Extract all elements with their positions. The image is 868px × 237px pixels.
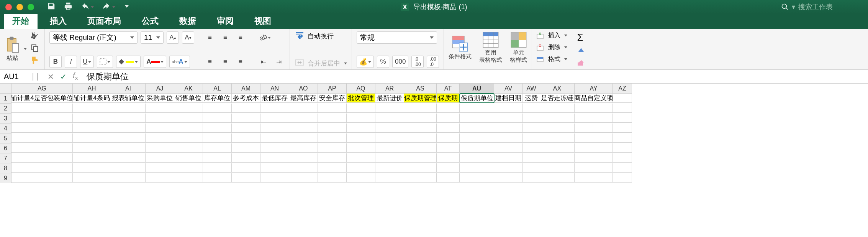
row-header-2[interactable]: 2 (0, 104, 11, 114)
cell-AY8[interactable] (575, 163, 613, 173)
cell-AS4[interactable] (404, 123, 437, 133)
align-center-icon[interactable]: ≡ (219, 56, 231, 68)
cell-AO1[interactable]: 最高库存 (289, 94, 318, 103)
cell-AM2[interactable] (232, 104, 260, 113)
cell-AS3[interactable] (404, 114, 437, 123)
qat-customize-icon[interactable] (124, 3, 130, 11)
cell-AW1[interactable]: 运费 (523, 94, 540, 103)
cell-AK7[interactable] (174, 153, 203, 163)
name-box[interactable]: AU1 (0, 70, 42, 83)
spreadsheet-grid[interactable]: AGAHAIAJAKALAMANAOAPAQARASATAUAVAWAXAYAZ… (0, 84, 868, 183)
cell-AX3[interactable] (540, 114, 575, 123)
formula-input[interactable]: 保质期单位 (84, 71, 868, 82)
column-header-AN[interactable]: AN (260, 84, 289, 94)
cell-AP8[interactable] (318, 163, 347, 173)
cell-AZ1[interactable] (613, 94, 632, 103)
cell-AR9[interactable] (375, 173, 404, 183)
select-all-corner[interactable] (0, 84, 11, 94)
cell-AS2[interactable] (404, 104, 437, 113)
column-header-AU[interactable]: AU (460, 84, 494, 94)
cell-AY6[interactable] (575, 143, 613, 153)
row-header-9[interactable]: 9 (0, 173, 11, 183)
cell-AS5[interactable] (404, 133, 437, 143)
maximize-window-icon[interactable] (28, 4, 34, 10)
cell-AR7[interactable] (375, 153, 404, 163)
cell-AZ7[interactable] (613, 153, 632, 163)
cell-AO5[interactable] (289, 133, 318, 143)
cell-AJ9[interactable] (146, 173, 174, 183)
cell-AI8[interactable] (111, 163, 146, 173)
cell-AS9[interactable] (404, 173, 437, 183)
fx-icon[interactable]: fx (73, 71, 78, 82)
column-header-AS[interactable]: AS (404, 84, 437, 94)
cell-AS8[interactable] (404, 163, 437, 173)
cell-AG8[interactable] (11, 163, 73, 173)
cell-AU1[interactable]: 保质期单位 (460, 94, 494, 103)
column-header-AJ[interactable]: AJ (146, 84, 174, 94)
cell-AS1[interactable]: 保质期管理 (404, 94, 437, 103)
column-header-AZ[interactable]: AZ (613, 84, 632, 94)
cell-AK3[interactable] (174, 114, 203, 123)
cell-AO4[interactable] (289, 123, 318, 133)
cell-AT3[interactable] (437, 114, 460, 123)
cell-AG6[interactable] (11, 143, 73, 153)
cell-AZ2[interactable] (613, 104, 632, 113)
cell-AO7[interactable] (289, 153, 318, 163)
cell-AI2[interactable] (111, 104, 146, 113)
cell-AL1[interactable]: 库存单位 (203, 94, 232, 103)
tab-审阅[interactable]: 审阅 (208, 13, 242, 29)
bold-button[interactable]: B (49, 56, 62, 68)
row-header-5[interactable]: 5 (0, 133, 11, 143)
cell-AR8[interactable] (375, 163, 404, 173)
cell-AW9[interactable] (523, 173, 540, 183)
underline-button[interactable]: U (80, 56, 94, 68)
tab-数据[interactable]: 数据 (171, 13, 205, 29)
cell-AU5[interactable] (460, 133, 494, 143)
cell-AU2[interactable] (460, 104, 494, 113)
column-header-AT[interactable]: AT (437, 84, 460, 94)
cell-AL8[interactable] (203, 163, 232, 173)
cell-AJ4[interactable] (146, 123, 174, 133)
cell-AV1[interactable]: 建档日期 (494, 94, 523, 103)
cell-AZ8[interactable] (613, 163, 632, 173)
search-box[interactable]: ▾ (781, 3, 868, 11)
paste-button[interactable]: 粘贴 (5, 36, 20, 62)
conditional-format-button[interactable]: 条件格式 (449, 35, 472, 60)
font-color-button[interactable]: A (144, 56, 166, 68)
increase-decimal-icon[interactable]: .0.00 (411, 56, 424, 68)
cell-AL4[interactable] (203, 123, 232, 133)
autosum-icon[interactable]: Σ (577, 31, 583, 43)
cell-AW7[interactable] (523, 153, 540, 163)
cell-styles-button[interactable]: 单元 格样式 (510, 31, 527, 64)
align-left-icon[interactable]: ≡ (204, 56, 216, 68)
font-size-select[interactable]: 11 (141, 31, 164, 44)
cell-AU8[interactable] (460, 163, 494, 173)
cell-AO3[interactable] (289, 114, 318, 123)
cell-AG1[interactable]: 辅计量4是否包装单位 (11, 94, 73, 103)
cell-AK4[interactable] (174, 123, 203, 133)
column-header-AK[interactable]: AK (174, 84, 203, 94)
column-header-AG[interactable]: AG (11, 84, 73, 94)
cell-AX8[interactable] (540, 163, 575, 173)
cell-AJ7[interactable] (146, 153, 174, 163)
column-header-AQ[interactable]: AQ (347, 84, 375, 94)
copy-icon[interactable] (30, 44, 40, 54)
cell-AM4[interactable] (232, 123, 260, 133)
column-header-AH[interactable]: AH (73, 84, 111, 94)
tab-视图[interactable]: 视图 (246, 13, 280, 29)
column-header-AW[interactable]: AW (523, 84, 540, 94)
tab-公式[interactable]: 公式 (133, 13, 167, 29)
column-header-AP[interactable]: AP (318, 84, 347, 94)
cell-AZ6[interactable] (613, 143, 632, 153)
percent-format-icon[interactable]: % (377, 56, 389, 68)
format-painter-icon[interactable] (30, 56, 40, 66)
cell-AN4[interactable] (260, 123, 289, 133)
cell-AQ7[interactable] (347, 153, 375, 163)
cell-AK2[interactable] (174, 104, 203, 113)
cell-AR3[interactable] (375, 114, 404, 123)
decrease-font-icon[interactable]: A▾ (182, 31, 194, 44)
cell-AL7[interactable] (203, 153, 232, 163)
cell-AI7[interactable] (111, 153, 146, 163)
cell-AP7[interactable] (318, 153, 347, 163)
cell-AV7[interactable] (494, 153, 523, 163)
